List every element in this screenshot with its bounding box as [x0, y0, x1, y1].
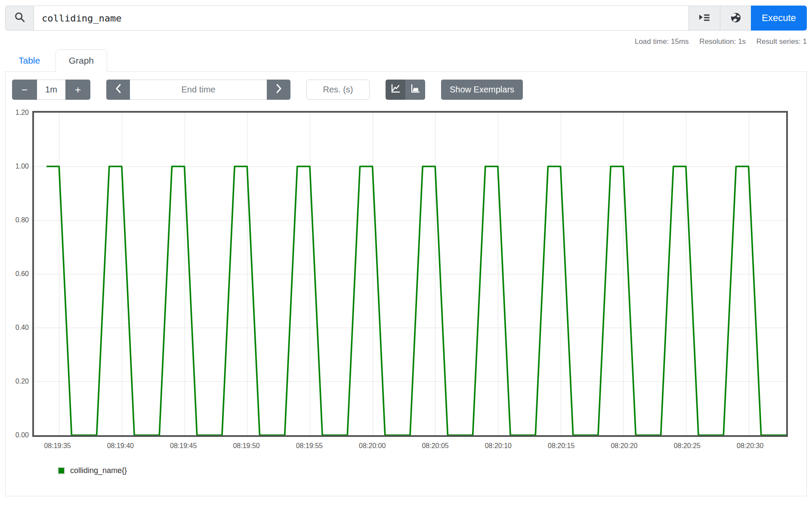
x-tick-label: 08:19:40 — [107, 442, 134, 450]
x-tick-label: 08:19:35 — [44, 442, 71, 450]
show-exemplars-button[interactable]: Show Exemplars — [441, 80, 523, 100]
chart: 0.000.200.400.600.801.001.20 08:19:3508:… — [32, 111, 788, 455]
line-chart-toggle-button[interactable] — [386, 80, 405, 100]
legend-swatch — [58, 467, 65, 474]
query-bar: Execute — [5, 6, 807, 31]
query-input[interactable] — [34, 6, 689, 31]
stacked-chart-icon — [410, 83, 420, 96]
format-expression-button[interactable] — [689, 6, 720, 31]
metrics-explorer-globe-icon — [730, 12, 742, 25]
tab-graph[interactable]: Graph — [56, 49, 107, 72]
range-increase-button[interactable]: + — [65, 80, 90, 100]
x-axis-labels: 08:19:3508:19:4008:19:4508:19:5008:19:55… — [32, 437, 788, 455]
x-tick-label: 08:19:55 — [296, 442, 323, 450]
prometheus-expression-panel: Execute Load time: 15ms Resolution: 1s R… — [0, 0, 812, 496]
chart-type-toggle — [386, 80, 425, 100]
resolution-stat: Resolution: 1s — [699, 37, 746, 46]
x-tick-label: 08:20:15 — [548, 442, 574, 450]
format-expression-icon — [699, 13, 710, 24]
resolution-input[interactable] — [306, 80, 370, 100]
minus-icon: − — [22, 84, 28, 96]
query-stats: Load time: 15ms Resolution: 1s Result se… — [5, 37, 807, 46]
x-tick-label: 08:19:50 — [233, 442, 259, 450]
load-time-stat: Load time: 15ms — [635, 37, 689, 46]
x-tick-label: 08:20:25 — [674, 442, 701, 450]
x-tick-label: 08:20:20 — [611, 442, 637, 450]
legend-label: colliding_name{} — [70, 466, 127, 475]
execute-button[interactable]: Execute — [751, 6, 807, 31]
result-series-stat: Result series: 1 — [756, 37, 807, 46]
metrics-explorer-button[interactable] — [720, 6, 751, 31]
y-tick-label: 1.00 — [15, 163, 29, 170]
y-tick-label: 0.20 — [15, 378, 29, 385]
time-forward-button[interactable] — [267, 80, 290, 100]
x-tick-label: 08:20:00 — [359, 442, 386, 450]
range-stepper: − + — [12, 80, 90, 100]
chevron-left-icon — [115, 84, 121, 96]
graph-panel: − + — [5, 72, 807, 496]
x-tick-label: 08:20:10 — [485, 442, 512, 450]
stacked-chart-toggle-button[interactable] — [405, 80, 425, 100]
x-tick-label: 08:19:45 — [170, 442, 197, 450]
y-tick-label: 0.40 — [15, 324, 29, 332]
legend-item[interactable]: colliding_name{} — [58, 466, 127, 475]
search-addon — [5, 6, 34, 31]
search-icon — [14, 11, 26, 25]
x-tick-label: 08:20:05 — [422, 442, 448, 450]
y-tick-label: 0.60 — [15, 270, 29, 278]
panel-tabs: Table Graph — [5, 49, 807, 72]
series-line — [46, 166, 786, 435]
series-plot — [34, 113, 786, 435]
plot-area[interactable]: 0.000.200.400.600.801.001.20 — [32, 111, 788, 437]
x-tick-label: 08:20:30 — [737, 442, 763, 450]
end-time-input[interactable] — [130, 80, 267, 100]
plot-grid — [34, 113, 786, 435]
y-axis-labels: 0.000.200.400.600.801.001.20 — [3, 113, 29, 435]
graph-controls: − + — [6, 80, 806, 100]
y-tick-label: 0.80 — [15, 216, 29, 224]
time-back-button[interactable] — [106, 80, 130, 100]
end-time-picker — [106, 80, 290, 100]
y-tick-label: 1.20 — [15, 109, 29, 117]
y-tick-label: 0.00 — [15, 431, 29, 439]
chevron-right-icon — [276, 84, 282, 96]
chart-legend: colliding_name{} — [58, 466, 806, 476]
range-input[interactable] — [37, 80, 65, 100]
plus-icon: + — [75, 84, 81, 96]
tab-table[interactable]: Table — [5, 49, 53, 72]
line-chart-icon — [390, 83, 401, 96]
range-decrease-button[interactable]: − — [12, 80, 37, 100]
